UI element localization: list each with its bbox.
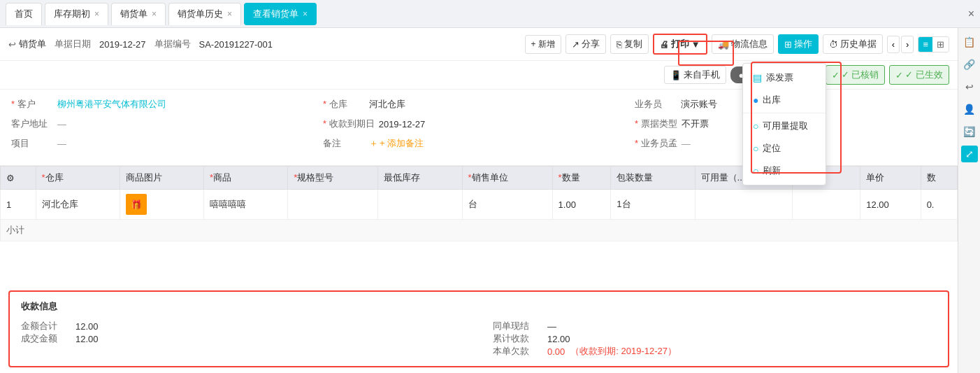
tab-view-sales-label: 查看销货单: [253, 8, 298, 20]
refresh-icon: ○: [753, 165, 758, 176]
window-close-button[interactable]: ×: [968, 8, 974, 20]
bottom-info-right: 同单现结 — 累计收款 12.00 本单欠款 0.00 （收款到期: 2019-…: [493, 320, 937, 358]
row-product: 嘻嘻嘻嘻: [204, 190, 288, 220]
tab-view-sales-close[interactable]: ×: [303, 9, 308, 19]
tab-history[interactable]: 销货单历史 ×: [168, 3, 241, 25]
subtotal-label: 小计: [1, 220, 958, 241]
tab-inventory-close[interactable]: ×: [94, 9, 99, 19]
operations-button[interactable]: ⊞ 操作: [778, 34, 819, 54]
note-label: 备注: [323, 137, 365, 150]
history-label: 历史单据: [840, 38, 877, 50]
col-gear[interactable]: ⚙: [1, 167, 36, 190]
print-button[interactable]: 🖨 打印 ▼: [653, 34, 707, 55]
bottom-info-grid: 金额合计 12.00 成交金额 12.00 同单现结 — 累计收款 12.00: [21, 320, 937, 358]
print-label: 打印: [671, 38, 689, 50]
tab-home-label: 首页: [15, 8, 33, 20]
toolbar: ↩ 销货单 单据日期 2019-12-27 单据编号 SA-20191227-0…: [0, 28, 958, 61]
salesperson-value: —: [682, 139, 691, 149]
col-warehouse: *仓库: [36, 167, 120, 190]
mobile-button[interactable]: 📱 来自手机: [664, 66, 726, 84]
sidebar-icon-5[interactable]: 🔄: [961, 123, 978, 140]
copy-button[interactable]: ⎘ 复制: [610, 34, 649, 54]
current-debt-label: 本单欠款: [493, 345, 542, 358]
copy-label: 复制: [624, 38, 642, 50]
same-order-settle-row: 同单现结 —: [493, 320, 937, 332]
deal-amount-label: 成交金额: [21, 332, 70, 345]
salesperson-label: 业务员孟: [635, 137, 677, 150]
col-pack-qty: 包装数量: [611, 167, 695, 190]
doc-type-icon: ↩: [8, 39, 16, 50]
new-button[interactable]: + 新增: [525, 35, 561, 54]
date-value: 2019-12-27: [99, 39, 146, 50]
doc-title: ↩ 销货单: [8, 38, 46, 50]
tab-inventory-label: 库存期初: [54, 8, 90, 20]
address-label: 客户地址: [11, 118, 53, 130]
verified-icon: ✓: [832, 70, 840, 80]
next-arrow[interactable]: ›: [901, 36, 914, 53]
current-debt-row: 本单欠款 0.00 （收款到期: 2019-12-27）: [493, 345, 937, 358]
print-icon: 🖨: [660, 39, 669, 50]
dropdown-item-available[interactable]: ○ 可用量提取: [743, 115, 826, 137]
dropdown-item-invoice[interactable]: ▤ 添发票: [743, 66, 826, 89]
dropdown-divider-1: [743, 113, 826, 113]
prev-arrow[interactable]: ‹: [887, 36, 900, 53]
sidebar-icon-2[interactable]: 🔗: [961, 56, 978, 73]
address-value: —: [57, 119, 66, 129]
dropdown-item-locate[interactable]: ○ 定位: [743, 137, 826, 160]
list-view-button[interactable]: ≡: [918, 37, 932, 52]
nav-arrows: ‹ ›: [887, 36, 914, 53]
row-warehouse: 河北仓库: [36, 190, 120, 220]
cumulative-receipt-label: 累计收款: [493, 332, 542, 345]
sidebar-icon-3[interactable]: ↩: [961, 78, 978, 95]
tab-history-label: 销货单历史: [178, 8, 223, 20]
verified-button[interactable]: ✓ ✓ 已核销: [826, 65, 886, 85]
dropdown-item-outbound[interactable]: ● 出库: [743, 89, 826, 111]
tab-sales-close[interactable]: ×: [152, 9, 157, 19]
invoice-label: 添发票: [766, 71, 793, 84]
tab-bar: 首页 库存期初 × 销货单 × 销货单历史 × 查看销货单 × ×: [0, 0, 980, 28]
view-toggle: ≡ ⊞: [918, 36, 949, 52]
bottom-info-left: 金额合计 12.00 成交金额 12.00: [21, 320, 465, 358]
sidebar-icon-expand[interactable]: ⤢: [961, 146, 978, 162]
invoice-icon: ▤: [753, 72, 762, 83]
row-unit: 台: [462, 190, 552, 220]
history-button[interactable]: ⏱ 历史单据: [823, 34, 883, 54]
row-available: [695, 190, 792, 220]
product-thumbnail: 🎁: [126, 194, 147, 215]
available-icon: ○: [753, 120, 758, 132]
row-price: 12.00: [860, 190, 921, 220]
table-row: 1 河北仓库 🎁 嘻嘻嘻嘻 台 1.00 1台 12.00: [1, 190, 958, 220]
number-label: 单据编号: [154, 38, 191, 50]
tab-home[interactable]: 首页: [6, 3, 42, 25]
tab-sales-label: 销货单: [120, 8, 147, 20]
tab-view-sales[interactable]: 查看销货单 ×: [244, 3, 317, 25]
logistics-button[interactable]: 🚚 物流信息: [712, 34, 774, 54]
warehouse-field: 仓库 河北仓库: [323, 98, 635, 111]
col-min-stock: 最低库存: [378, 167, 462, 190]
customer-value[interactable]: 柳州粤港平安气体有限公司: [57, 98, 166, 111]
tab-history-close[interactable]: ×: [227, 9, 232, 19]
dropdown-item-refresh[interactable]: ○ 刷新: [743, 160, 826, 182]
warehouse-label: 仓库: [323, 98, 365, 111]
due-date-field: 收款到期日 2019-12-27: [323, 118, 635, 130]
sidebar-icon-1[interactable]: 📋: [961, 34, 978, 50]
grid-view-button[interactable]: ⊞: [932, 37, 949, 52]
effective-button[interactable]: ✓ ✓ 已生效: [889, 65, 949, 85]
logistics-icon: 🚚: [718, 39, 729, 50]
col-price: 单价: [860, 167, 921, 190]
locate-label: 定位: [763, 142, 781, 155]
due-date-label: 收款到期日: [323, 118, 375, 130]
same-order-settle-label: 同单现结: [493, 320, 542, 332]
sidebar-icon-4[interactable]: 👤: [961, 101, 978, 118]
cumulative-receipt-value: 12.00: [547, 334, 570, 344]
logistics-label: 物流信息: [731, 38, 768, 50]
add-note-button[interactable]: ＋ + 添加备注: [369, 137, 424, 150]
current-debt-suffix: （收款到期: 2019-12-27）: [570, 345, 677, 358]
share-button[interactable]: ↗ 分享: [565, 34, 606, 54]
operations-icon: ⊞: [784, 39, 792, 50]
tab-inventory[interactable]: 库存期初 ×: [45, 3, 108, 25]
current-debt-value: 0.00: [547, 346, 565, 357]
outbound-label: 出库: [763, 94, 781, 106]
due-date-value: 2019-12-27: [379, 119, 426, 129]
tab-sales[interactable]: 销货单 ×: [111, 3, 166, 25]
